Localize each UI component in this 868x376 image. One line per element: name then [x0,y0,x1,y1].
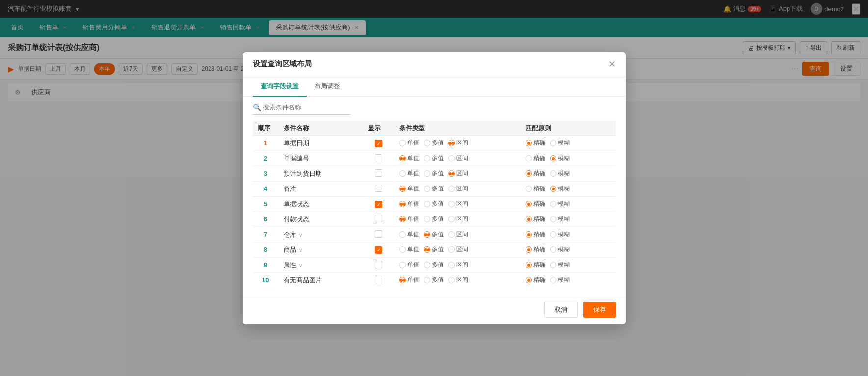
radio-dot [526,140,532,146]
dialog-body: 🔍 顺序 条件名称 显示 条件类型 匹配原则 [243,97,626,178]
radio-dot [550,155,556,161]
row-order: 2 [253,151,279,166]
th-order: 顺序 [253,121,279,136]
conditions-table-head: 顺序 条件名称 显示 条件类型 匹配原则 [253,121,616,136]
th-name: 条件名称 [279,121,363,136]
conditions-table: 顺序 条件名称 显示 条件类型 匹配原则 1单据日期单值多值区间精确模糊2单据编… [253,121,616,178]
row-match: 精确模糊 [521,151,615,166]
radio-dot [448,170,455,177]
radio-dot [424,170,430,177]
radio-dot [399,140,406,146]
radio-type-type_single[interactable]: 单值 [399,139,419,147]
radio-match-match_exact[interactable]: 精确 [526,139,545,147]
radio-dot [550,140,556,146]
row-type: 单值多值区间 [395,151,521,166]
checkbox[interactable] [375,140,382,147]
radio-type-type_single[interactable]: 单值 [399,154,419,162]
dialog-header: 设置查询区域布局 ✕ [243,52,626,77]
dialog-title: 设置查询区域布局 [253,59,312,69]
row-condition-name: 单据编号 [279,151,363,166]
radio-type-type_single[interactable]: 单值 [399,169,419,177]
checkbox[interactable] [375,154,382,161]
checkbox[interactable] [375,169,382,177]
dialog-tabs: 查询字段设置 布局调整 [243,77,626,97]
radio-type-type_range[interactable]: 区间 [448,139,468,147]
radio-dot [526,170,532,177]
table-row: 3预计到货日期单值多值区间精确模糊 [253,166,616,177]
search-box: 🔍 [253,104,351,115]
row-order: 1 [253,135,279,151]
table-row: 1单据日期单值多值区间精确模糊 [253,135,616,151]
radio-dot [448,155,455,161]
radio-type-type_multi[interactable]: 多值 [424,154,444,162]
conditions-table-body: 1单据日期单值多值区间精确模糊2单据编号单值多值区间精确模糊3预计到货日期单值多… [253,135,616,177]
dialog-close-button[interactable]: ✕ [608,59,616,70]
row-show-checkbox[interactable] [363,151,395,166]
radio-dot [399,170,406,177]
dialog-tab-fields[interactable]: 查询字段设置 [253,77,307,97]
settings-dialog: 设置查询区域布局 ✕ 查询字段设置 布局调整 🔍 [243,52,626,178]
radio-dot [550,170,556,177]
th-type: 条件类型 [395,121,521,136]
th-show: 显示 [363,121,395,136]
row-order: 3 [253,166,279,177]
table-row: 2单据编号单值多值区间精确模糊 [253,151,616,166]
row-condition-name: 单据日期 [279,135,363,151]
radio-match-match_fuzzy[interactable]: 模糊 [550,154,570,162]
row-condition-name: 预计到货日期 [279,166,363,177]
dialog-tab-layout[interactable]: 布局调整 [307,77,348,97]
row-show-checkbox[interactable] [363,135,395,151]
radio-dot [424,155,430,161]
dialog-overlay: 设置查询区域布局 ✕ 查询字段设置 布局调整 🔍 [0,0,868,177]
radio-match-match_exact[interactable]: 精确 [526,169,545,177]
dialog-tab-fields-label: 查询字段设置 [261,82,299,90]
search-icon: 🔍 [253,104,261,111]
th-match: 匹配原则 [521,121,615,136]
row-type: 单值多值区间 [395,166,521,177]
radio-dot [399,155,406,161]
radio-type-type_range[interactable]: 区间 [448,154,468,162]
row-type: 单值多值区间 [395,135,521,151]
conditions-table-scroll: 顺序 条件名称 显示 条件类型 匹配原则 1单据日期单值多值区间精确模糊2单据编… [253,121,616,178]
radio-match-match_exact[interactable]: 精确 [526,154,545,162]
radio-match-match_fuzzy[interactable]: 模糊 [550,139,570,147]
dialog-tab-layout-label: 布局调整 [315,82,340,90]
radio-type-type_multi[interactable]: 多值 [424,169,444,177]
radio-dot [526,155,532,161]
radio-type-type_range[interactable]: 区间 [448,169,468,177]
row-show-checkbox[interactable] [363,166,395,177]
search-input[interactable] [263,104,351,111]
radio-dot [448,140,455,146]
radio-match-match_fuzzy[interactable]: 模糊 [550,169,570,177]
radio-dot [424,140,430,146]
row-match: 精确模糊 [521,135,615,151]
radio-type-type_multi[interactable]: 多值 [424,139,444,147]
row-match: 精确模糊 [521,166,615,177]
